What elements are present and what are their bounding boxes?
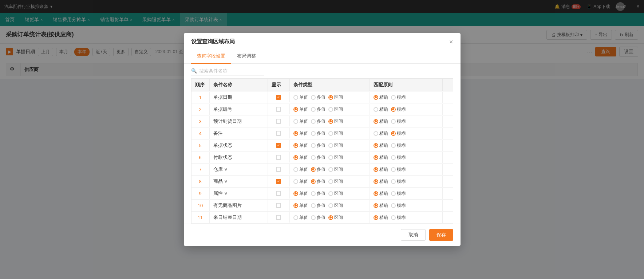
tab-fields[interactable]: 查询字段设置 [191, 49, 231, 64]
th-name: 条件名称 [210, 79, 268, 79]
modal-overlay: 设置查询区域布局 × 查询字段设置 布局调整 🔍 顺序 条件名称 显示 条件类型… [0, 0, 644, 79]
dialog-close-button[interactable]: × [449, 39, 453, 45]
th-type: 条件类型 [290, 79, 370, 79]
th-order: 顺序 [191, 79, 210, 79]
search-icon: 🔍 [191, 68, 197, 74]
dialog-tabs: 查询字段设置 布局调整 [184, 49, 461, 64]
tab-layout[interactable]: 布局调整 [231, 49, 262, 64]
dialog-table: 顺序 条件名称 显示 条件类型 匹配原则 1单据日期单值多值区间精确模糊2单据编… [184, 78, 461, 79]
dialog-title: 设置查询区域布局 [191, 38, 235, 45]
search-bar: 🔍 [184, 64, 461, 78]
dialog: 设置查询区域布局 × 查询字段设置 布局调整 🔍 顺序 条件名称 显示 条件类型… [184, 33, 461, 79]
search-input-wrap: 🔍 [191, 68, 264, 75]
th-match: 匹配原则 [370, 79, 443, 79]
dialog-table-header: 顺序 条件名称 显示 条件类型 匹配原则 [191, 78, 453, 79]
dialog-header: 设置查询区域布局 × [184, 33, 461, 49]
th-display: 显示 [268, 79, 290, 79]
search-input[interactable] [199, 68, 257, 74]
